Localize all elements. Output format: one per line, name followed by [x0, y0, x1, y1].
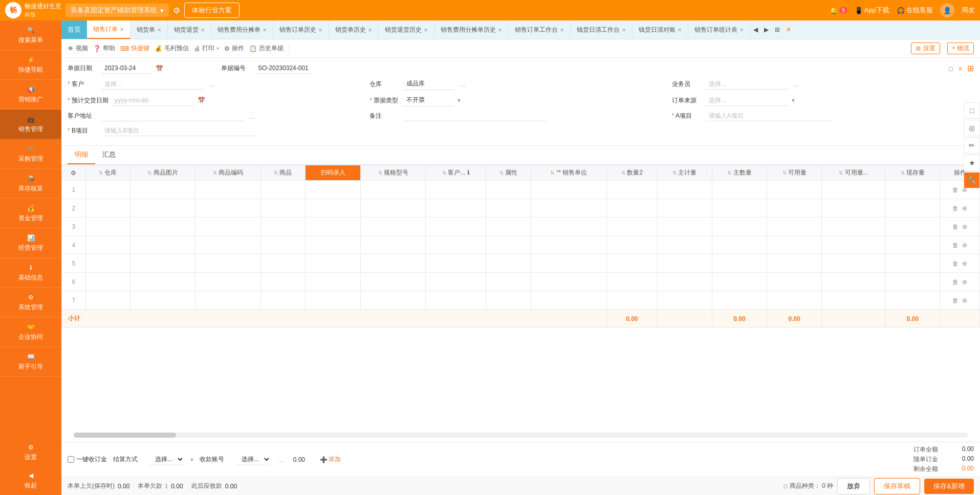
row-copy-btn-7[interactable]: ⊕: [962, 297, 967, 304]
row-product-1[interactable]: [260, 181, 305, 199]
row-code-7[interactable]: [195, 291, 260, 310]
order-source-input[interactable]: [706, 95, 789, 106]
row-code-3[interactable]: [195, 218, 260, 236]
row-unit-3[interactable]: [531, 218, 606, 236]
sidebar-collapse-btn[interactable]: ◀ 收起: [0, 467, 61, 495]
col-stock[interactable]: ⇅ 现存量: [885, 165, 940, 181]
row-qty2-4[interactable]: [607, 236, 657, 254]
row-qty2-1[interactable]: [607, 181, 657, 199]
col-main-qty[interactable]: ⇅ 主数量: [712, 165, 767, 181]
row-unit-7[interactable]: [531, 291, 606, 310]
row-delete-btn-5[interactable]: 🗑: [952, 260, 959, 267]
row-attr-7[interactable]: [486, 291, 531, 310]
tab-return-history[interactable]: 销货退货历史 ✕: [379, 20, 434, 39]
save-draft-btn[interactable]: 保存草稿: [874, 478, 920, 494]
row-spec-2[interactable]: [361, 199, 426, 218]
tab-summary[interactable]: 汇总: [95, 146, 123, 164]
sidebar-item-marketing[interactable]: 📢 营销推广: [0, 80, 61, 110]
quick-payment-checkbox[interactable]: 一键收订金: [68, 455, 107, 464]
toolbar-logistics-btn[interactable]: + 物流: [947, 42, 974, 54]
tab-close-sales-order[interactable]: ✕: [120, 27, 124, 32]
right-panel-btn-1[interactable]: □: [964, 102, 980, 119]
right-panel-btn-2[interactable]: ◎: [964, 120, 980, 136]
row-code-6[interactable]: [195, 273, 260, 291]
row-delete-btn-3[interactable]: 🗑: [952, 223, 959, 230]
col-available[interactable]: ⇅ 可用量: [767, 165, 822, 181]
sidebar-item-system[interactable]: ⚙ 系统管理: [0, 288, 61, 317]
row-delete-btn-1[interactable]: 🗑: [952, 186, 959, 193]
b-project-input[interactable]: [101, 125, 255, 136]
sidebar-item-purchase[interactable]: 🛒 采购管理: [0, 139, 61, 169]
staff-more-btn[interactable]: ...: [792, 80, 802, 88]
row-product-7[interactable]: [260, 291, 305, 310]
add-payment-btn[interactable]: ➕ 添加: [320, 455, 341, 464]
row-main-qty-2[interactable]: [712, 199, 767, 218]
address-more-btn[interactable]: ...: [248, 112, 258, 120]
tab-close-order-history[interactable]: ✕: [318, 27, 322, 33]
row-unit-4[interactable]: [531, 236, 606, 254]
row-code-1[interactable]: [195, 181, 260, 199]
order-source-dropdown-icon[interactable]: ▾: [792, 97, 795, 104]
col-settings[interactable]: ⚙: [62, 165, 86, 181]
row-copy-btn-2[interactable]: ⊕: [962, 205, 967, 212]
customer-input[interactable]: [101, 79, 204, 90]
row-qty2-5[interactable]: [607, 254, 657, 273]
col-scan[interactable]: 扫码录入: [305, 165, 360, 181]
sidebar-settings-btn[interactable]: ⚙ 设置: [0, 439, 61, 467]
table-scrollbar[interactable]: [61, 428, 980, 442]
row-customer-6[interactable]: [426, 273, 486, 291]
col-warehouse[interactable]: ⇅ 仓库: [85, 165, 130, 181]
address-input[interactable]: [101, 111, 245, 121]
tab-close-sales-fee[interactable]: ✕: [263, 27, 267, 33]
toolbar-operation-btn[interactable]: ⚙ 操作: [224, 44, 244, 53]
row-main-qty-3[interactable]: [712, 218, 767, 236]
row-attr-6[interactable]: [486, 273, 531, 291]
toolbar-print-btn[interactable]: 🖨 打印 ▾: [194, 44, 219, 53]
row-main-qty-1[interactable]: [712, 181, 767, 199]
row-customer-4[interactable]: [426, 236, 486, 254]
row-warehouse-6[interactable]: [85, 273, 130, 291]
row-code-2[interactable]: [195, 199, 260, 218]
sidebar-item-guide[interactable]: 📖 新手引导: [0, 347, 61, 377]
quick-payment-input[interactable]: [68, 456, 74, 463]
dropdown-arrow-icon[interactable]: ▾: [160, 7, 164, 14]
toolbar-history-btn[interactable]: 📋 历史单据: [249, 44, 284, 53]
row-customer-7[interactable]: [426, 291, 486, 310]
sidebar-item-management[interactable]: 📊 经营管理: [0, 228, 61, 258]
row-product-3[interactable]: [260, 218, 305, 236]
tab-stats[interactable]: 销售订单统计表 ✕: [688, 20, 750, 39]
col-main-unit[interactable]: ⇅ 主计量: [657, 165, 712, 181]
discard-btn[interactable]: 放弃: [837, 478, 870, 494]
row-delete-btn-7[interactable]: 🗑: [952, 297, 959, 304]
tab-close-order-workbench[interactable]: ✕: [560, 27, 564, 33]
row-copy-btn-6[interactable]: ⊕: [962, 278, 967, 286]
staff-input[interactable]: [706, 79, 789, 90]
row-attr-1[interactable]: [486, 181, 531, 199]
settle-dropdown-icon[interactable]: ▾: [190, 456, 193, 463]
tab-close-sales-return[interactable]: ✕: [201, 27, 205, 33]
row-attr-3[interactable]: [486, 218, 531, 236]
col-available2[interactable]: ⇅ 可用量...: [822, 165, 885, 181]
account-select[interactable]: 选择...: [236, 454, 271, 465]
col-qty2[interactable]: ⇅ 数量2: [607, 165, 657, 181]
row-spec-5[interactable]: [361, 254, 426, 273]
app-title[interactable]: 装备及固定资产辅助管理系统 ▾: [66, 4, 169, 17]
row-warehouse-5[interactable]: [85, 254, 130, 273]
row-product-4[interactable]: [260, 236, 305, 254]
right-panel-btn-4[interactable]: ★: [964, 155, 980, 171]
row-spec-3[interactable]: [361, 218, 426, 236]
settings-icon[interactable]: ⚙: [173, 6, 180, 15]
sidebar-item-base[interactable]: ℹ 基础信息: [0, 258, 61, 288]
row-qty2-7[interactable]: [607, 291, 657, 310]
tab-close-slip-history[interactable]: ✕: [368, 27, 372, 33]
tab-next-btn[interactable]: ▶: [761, 20, 772, 39]
col-attr[interactable]: ⇅ 属性: [486, 165, 531, 181]
row-attr-2[interactable]: [486, 199, 531, 218]
row-main-qty-4[interactable]: [712, 236, 767, 254]
row-attr-4[interactable]: [486, 236, 531, 254]
toolbar-profit-btn[interactable]: 💰 毛利预估: [155, 44, 189, 53]
row-spec-7[interactable]: [361, 291, 426, 310]
tab-fee-history[interactable]: 销售费用分摊单历史 ✕: [434, 20, 509, 39]
tab-close-fee-history[interactable]: ✕: [498, 27, 502, 33]
online-service-btn[interactable]: 🎧 在线客服: [897, 6, 933, 15]
